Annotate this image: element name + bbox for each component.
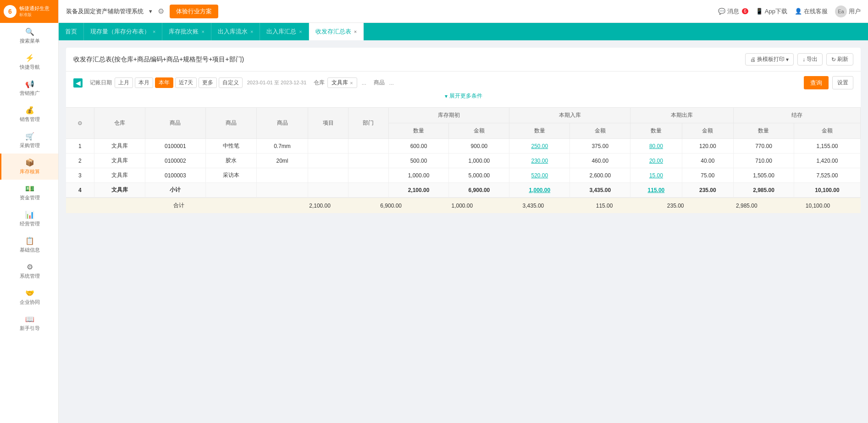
row-in-amt: 2,600.00 [570,168,630,183]
row-closing-qty: 770.00 [734,139,794,154]
refresh-button[interactable]: ↻ 刷新 [826,53,853,66]
sidebar-item-label: 快捷导航 [20,64,40,71]
export-button[interactable]: ↓ 导出 [797,53,823,66]
th-warehouse: 仓库 [94,108,145,139]
row-in-qty[interactable]: 230.00 [509,154,570,168]
warehouse-more[interactable]: ... [362,80,366,86]
row-closing-amt: 1,420.00 [794,154,860,168]
sub-empty3 [308,183,348,198]
refresh-icon: ↻ [831,56,836,63]
date-btn-7days[interactable]: 近7天 [175,77,197,88]
tab-label: 现存量（库存分布表） [90,27,150,36]
tab-home[interactable]: 首页 [59,23,84,40]
tab-label: 收发存汇总表 [315,27,351,36]
th-out: 本期出库 [630,108,734,123]
page-content: 收发存汇总表(按仓库+商品编码+商品+规格型号+项目+部门) 🖨 换模板打印 ▾… [59,40,868,423]
trial-button[interactable]: 体验行业方案 [170,5,218,18]
row-out-qty[interactable]: 80.00 [630,139,682,154]
row-dept [348,168,388,183]
sub-closing-qty: 2,985.00 [734,183,794,198]
tab-recv-send[interactable]: 收发存汇总表 × [309,23,364,40]
sidebar-item-management[interactable]: 📊 经营管理 [0,206,58,232]
row-dept [348,154,388,168]
th-opening-qty: 数量 [388,123,449,139]
sub-opening-qty: 2,100.00 [388,183,449,198]
sidebar-item-guide[interactable]: 📖 新手引导 [0,310,58,336]
sidebar-item-inventory[interactable]: 📦 库存核算 [0,154,58,180]
row-out-qty[interactable]: 15.00 [630,168,682,183]
footer-in-qty: 1,000.00 [426,203,498,209]
footer-out-qty: 115.00 [569,203,640,209]
system-title: 装备及固定资产辅助管理系统 [66,7,144,16]
logo-text: 畅捷通好生意 [19,5,50,11]
tab-flow[interactable]: 出入库流水 × [211,23,260,40]
date-btn-this-year[interactable]: 本年 [155,77,173,88]
export-icon: ↓ [802,56,805,63]
th-settings[interactable]: ⚙ [66,108,94,139]
warehouse-label: 仓库 [314,79,325,87]
chevron-down-icon: ▾ [786,56,789,63]
sidebar-item-purchase[interactable]: 🛒 采购管理 [0,127,58,154]
date-btn-more[interactable]: 更多 [199,77,217,88]
query-button[interactable]: 查询 [804,76,829,89]
row-project [308,154,348,168]
warehouse-tag: 文具库 × [327,77,357,88]
sidebar-item-label: 经营管理 [20,220,40,227]
sub-in-qty: 1,000.00 [509,183,570,198]
date-btn-custom[interactable]: 自定义 [219,77,243,88]
purchase-icon: 🛒 [25,132,34,141]
app-download-button[interactable]: 📱 App下载 [756,7,787,16]
row-out-qty[interactable]: 20.00 [630,154,682,168]
sub-empty2 [256,183,308,198]
sidebar-item-search[interactable]: 🔍 搜索菜单 [0,23,58,49]
sidebar-item-sales[interactable]: 💰 销售管理 [0,101,58,127]
setting-button[interactable]: 设置 [832,76,853,89]
sidebar-item-label: 企业协同 [20,299,40,306]
template-print-button[interactable]: 🖨 换模板打印 ▾ [745,53,794,66]
online-service-button[interactable]: 👤 在线客服 [795,7,828,16]
sidebar-item-label: 采购管理 [20,142,40,149]
date-filter-group: 记账日期 上月 本月 本年 近7天 更多 自定义 2023-01-01 至 20… [90,77,306,88]
th-project: 项目 [308,108,348,139]
tab-summary[interactable]: 出入库汇总 × [260,23,309,40]
user-menu[interactable]: Ea 用户 [835,5,861,17]
logo-area: 6 畅捷通好生意 标准版 [0,0,58,23]
expand-more-button[interactable]: ▾ 展开更多条件 [73,89,853,103]
tab-close-icon[interactable]: × [250,29,253,34]
sidebar-item-marketing[interactable]: 📢 营销推广 [0,75,58,101]
date-btn-this-month[interactable]: 本月 [135,77,153,88]
topbar-right: 💬 消息 6 📱 App下载 👤 在线客服 Ea 用户 [718,5,861,17]
warehouse-tag-close[interactable]: × [350,80,353,86]
gear-icon[interactable]: ⚙ [158,7,164,16]
table-footer: 合计 2,100.00 6,900.00 1,000.00 3,435.00 1… [66,198,861,213]
enterprise-icon: 🤝 [25,289,34,297]
message-button[interactable]: 💬 消息 6 [718,7,748,16]
date-filter-label: 记账日期 [90,79,112,87]
sidebar-item-system[interactable]: ⚙ 系统管理 [0,258,58,284]
tab-close-icon[interactable]: × [153,29,155,34]
goods-more[interactable]: ... [389,80,394,86]
tab-batch[interactable]: 库存批次账 × [162,23,211,40]
message-label: 消息 [727,7,739,16]
sidebar-item-basic-info[interactable]: 📋 基础信息 [0,232,58,258]
row-in-qty[interactable]: 520.00 [509,168,570,183]
tab-close-icon[interactable]: × [299,29,302,34]
tab-inventory-dist[interactable]: 现存量（库存分布表） × [84,23,162,40]
tab-close-icon[interactable]: × [354,29,357,34]
sidebar-item-finance[interactable]: 💵 资金管理 [0,180,58,206]
sidebar-item-label: 新手引导 [20,325,40,332]
tab-close-icon[interactable]: × [201,29,204,34]
row-goods-name: 胶水 [205,154,256,168]
filter-toggle-button[interactable]: ◀ [73,78,83,88]
date-btn-last-month[interactable]: 上月 [115,77,133,88]
warehouse-value: 文具库 [332,79,348,87]
sidebar-item-enterprise[interactable]: 🤝 企业协同 [0,284,58,310]
th-closing-qty: 数量 [734,123,794,139]
row-goods-spec: 0.7mm [256,139,308,154]
row-opening-qty: 1,000.00 [388,168,449,183]
guide-icon: 📖 [25,315,34,324]
system-dropdown[interactable]: ▾ [149,8,152,15]
logo-icon: 6 [4,5,17,18]
row-in-qty[interactable]: 250.00 [509,139,570,154]
sidebar-item-quicknav[interactable]: ⚡ 快捷导航 [0,49,58,75]
